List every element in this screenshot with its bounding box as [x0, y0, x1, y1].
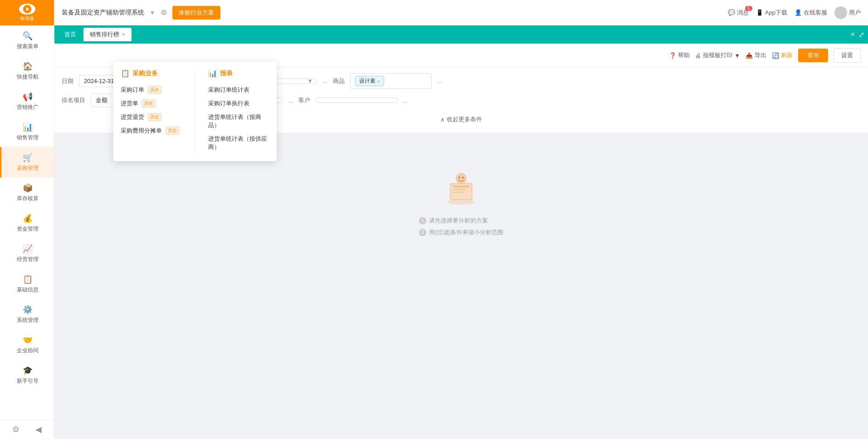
- header: 装备及固定资产辅助管理系统 ▼ ⚙ 体验行业方案 💬 消息 5 📱 App下载 …: [54, 0, 868, 25]
- report-section: 📊 报表 采购订单统计表 采购订单执行表 进货单统计表（按商品） 进货单统计表（…: [208, 69, 270, 154]
- collapse-sidebar-btn[interactable]: ◀: [35, 424, 42, 434]
- svg-rect-5: [453, 192, 463, 193]
- salesperson-dots[interactable]: ...: [288, 97, 293, 104]
- app-download-btn[interactable]: 📱 App下载: [756, 9, 787, 17]
- sidebar-item-basic[interactable]: 📋 基础信息: [0, 269, 54, 299]
- menu-item-return[interactable]: 进货退货 历史: [121, 110, 182, 124]
- online-service-btn[interactable]: 👤 在线客服: [795, 9, 827, 17]
- sidebar-item-purchase[interactable]: 🛒 采购管理: [0, 147, 54, 178]
- service-icon: 👤: [795, 9, 802, 16]
- settings-btn[interactable]: 设置: [834, 48, 861, 63]
- menu-item-purchase-order[interactable]: 采购订单 历史: [121, 83, 182, 97]
- tab-bar-right: × ⤢: [851, 30, 864, 39]
- sidebar-label-system: 系统管理: [17, 316, 39, 324]
- app-label: App下载: [765, 9, 787, 17]
- sidebar-label-marketing: 营销推广: [17, 104, 39, 111]
- help-btn[interactable]: ❓ 帮助: [669, 51, 690, 59]
- empty-icon: [439, 169, 484, 206]
- purchase-business-section: 📋 采购业务 采购订单 历史 进货单 历史 进货退货 历史: [121, 69, 182, 154]
- rank-value: 金额: [96, 96, 107, 104]
- print-dropdown-icon[interactable]: ▼: [734, 52, 740, 59]
- export-btn[interactable]: 📤 导出: [746, 51, 766, 59]
- sidebar-item-quick[interactable]: 🏠 快捷导航: [0, 56, 54, 86]
- menu-item-purchase-order-stat[interactable]: 采购订单统计表: [208, 83, 270, 97]
- menu-item-inbound-stat-goods[interactable]: 进货单统计表（按商品）: [208, 110, 270, 132]
- sidebar-label-purchase: 采购管理: [17, 164, 39, 172]
- system-dropdown-icon[interactable]: ▼: [150, 10, 155, 16]
- message-btn[interactable]: 💬 消息 5: [728, 9, 749, 17]
- customer-dots[interactable]: ...: [403, 97, 408, 104]
- customer-label: 客户: [298, 96, 310, 104]
- sidebar-label-operation: 经营管理: [17, 256, 39, 263]
- sidebar-item-marketing[interactable]: 📢 营销推广: [0, 86, 54, 117]
- sidebar-item-operation[interactable]: 📈 经营管理: [0, 238, 54, 269]
- sidebar-item-system[interactable]: ⚙️ 系统管理: [0, 299, 54, 330]
- goods-label: 商品: [333, 77, 345, 85]
- svg-point-6: [456, 173, 467, 184]
- menu-item-expense[interactable]: 采购费用分摊单 历史: [121, 124, 182, 138]
- sidebar-item-sales[interactable]: 📊 销售管理: [0, 117, 54, 147]
- menu-item-inbound[interactable]: 进货单 历史: [121, 97, 182, 110]
- header-gear-icon[interactable]: ⚙: [161, 8, 167, 17]
- system-icon: ⚙️: [23, 305, 33, 315]
- close-window-icon[interactable]: ×: [851, 30, 855, 39]
- fullscreen-icon[interactable]: ⤢: [858, 30, 864, 39]
- sidebar-label-finance: 资金管理: [17, 225, 39, 233]
- customer-input[interactable]: [316, 98, 397, 103]
- search-icon: 🔍: [23, 31, 33, 41]
- content-area: ❓ 帮助 🖨 按模板打印 ▼ 📤 导出 🔄 刷新 查询 设置: [54, 44, 868, 439]
- sidebar-item-corp[interactable]: 🤝 企业协同: [0, 330, 54, 360]
- goods-tag-close-icon[interactable]: ×: [377, 79, 380, 84]
- sidebar-label-search: 搜索菜单: [17, 43, 39, 50]
- query-btn[interactable]: 查询: [798, 49, 828, 62]
- industry-btn[interactable]: 体验行业方案: [172, 6, 220, 20]
- sidebar-item-guide[interactable]: 🎓 新手引导: [0, 360, 54, 390]
- svg-rect-3: [453, 186, 469, 187]
- print-btn[interactable]: 🖨 按模板打印 ▼: [695, 51, 740, 59]
- user-btn[interactable]: 用户: [834, 6, 861, 19]
- refresh-btn[interactable]: 🔄 刷新: [772, 51, 793, 59]
- menu-item-purchase-order-exec[interactable]: 采购订单执行表: [208, 97, 270, 110]
- refresh-icon: 🔄: [772, 52, 779, 59]
- goods-tag: 设计素 ×: [355, 76, 384, 86]
- svg-point-8: [462, 177, 464, 178]
- purchase-section-label: 采购业务: [132, 69, 158, 78]
- settings-bottom-btn[interactable]: ⚙: [12, 424, 20, 434]
- goods-input[interactable]: 设计素 ×: [350, 73, 432, 89]
- svg-rect-4: [453, 189, 466, 190]
- help-label: 帮助: [678, 51, 690, 59]
- system-title: 装备及固定资产辅助管理系统: [62, 9, 144, 17]
- rank-label: 排名项目: [62, 96, 85, 104]
- purchase-order-label: 采购订单: [121, 86, 144, 94]
- tab-sales-rank[interactable]: 销售排行榜 ×: [83, 28, 132, 41]
- user-label: 用户: [849, 9, 861, 17]
- purchase-icon: 🛒: [23, 153, 33, 163]
- sidebar-item-search[interactable]: 🔍 搜索菜单: [0, 25, 54, 56]
- report-section-label: 报表: [220, 69, 233, 78]
- tab-bar: 首页 销售排行榜 × × ⤢: [54, 25, 868, 44]
- menu-item-inbound-stat-supplier[interactable]: 进货单统计表（按供应商）: [208, 132, 270, 154]
- guide-icon: 🎓: [23, 365, 33, 375]
- sidebar-bottom: ⚙ ◀: [0, 419, 54, 439]
- return-history-badge: 历史: [148, 113, 161, 121]
- goods-tag-text: 设计素: [359, 77, 375, 85]
- expense-label: 采购费用分摊单: [121, 127, 162, 135]
- header-right: 💬 消息 5 📱 App下载 👤 在线客服 用户: [728, 6, 861, 19]
- print-icon: 🖨: [695, 52, 701, 59]
- sidebar-label-quick: 快捷导航: [17, 73, 39, 81]
- message-icon: 💬: [728, 9, 735, 16]
- goods-dots[interactable]: ...: [437, 78, 442, 84]
- status-dots[interactable]: ...: [322, 78, 327, 84]
- tab-home[interactable]: 首页: [58, 28, 83, 41]
- inventory-icon: 📦: [23, 183, 33, 193]
- sidebar-item-inventory[interactable]: 📦 库存核算: [0, 178, 54, 208]
- tip2-text: 用[过滤]条件来缩小分析范围: [429, 227, 503, 238]
- sidebar-label-inventory: 库存核算: [17, 195, 39, 202]
- report-section-icon: 📊: [208, 69, 217, 78]
- export-label: 导出: [755, 51, 766, 59]
- tab-sales-rank-label: 销售排行榜: [90, 30, 119, 39]
- collapse-btn[interactable]: ∧ 收起更多条件: [437, 112, 486, 127]
- sidebar-item-finance[interactable]: 💰 资金管理: [0, 208, 54, 238]
- date-value: 2024-12-31: [84, 78, 114, 84]
- tab-close-icon[interactable]: ×: [122, 31, 125, 38]
